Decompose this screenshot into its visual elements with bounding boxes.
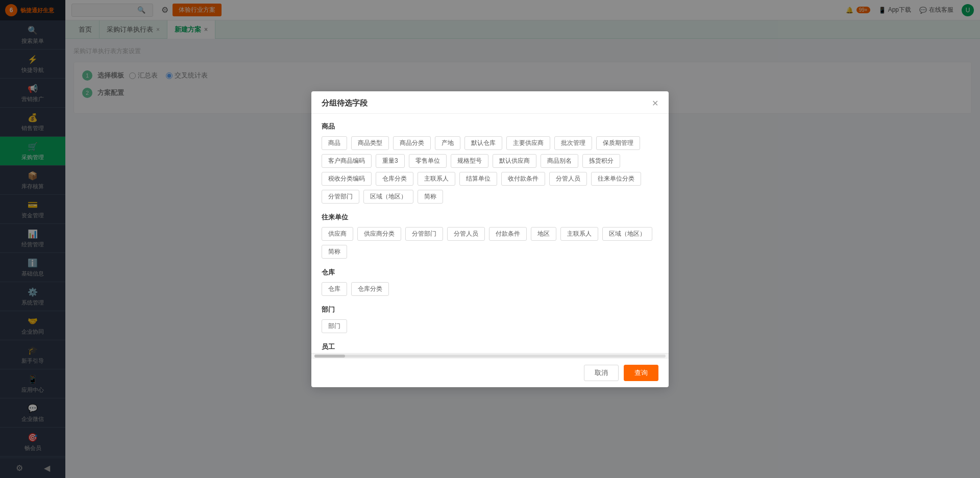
field-tag-0-14[interactable]: 拣货积分 bbox=[582, 154, 620, 168]
field-tags-2: 仓库仓库分类 bbox=[322, 282, 658, 296]
field-section-2: 仓库仓库仓库分类 bbox=[322, 268, 658, 296]
field-tag-0-12[interactable]: 默认供应商 bbox=[493, 154, 536, 168]
field-section-4: 员工业务员 bbox=[322, 342, 658, 353]
field-tags-0: 商品商品类型商品分类产地默认仓库主要供应商批次管理保质期管理客户商品编码重量3零… bbox=[322, 136, 658, 204]
field-tag-0-15[interactable]: 税收分类编码 bbox=[322, 172, 372, 186]
field-tag-0-22[interactable]: 分管部门 bbox=[322, 190, 359, 204]
field-tag-1-7[interactable]: 区域（地区） bbox=[602, 227, 652, 241]
field-tag-1-6[interactable]: 主联系人 bbox=[560, 227, 598, 241]
field-section-1: 往来单位供应商供应商分类分管部门分管人员付款条件地区主联系人区域（地区）简称 bbox=[322, 213, 658, 259]
field-tag-0-3[interactable]: 产地 bbox=[435, 136, 460, 150]
field-tag-0-5[interactable]: 主要供应商 bbox=[506, 136, 550, 150]
field-tag-1-8[interactable]: 简称 bbox=[322, 245, 347, 259]
field-tag-0-18[interactable]: 结算单位 bbox=[459, 172, 497, 186]
field-tag-2-0[interactable]: 仓库 bbox=[322, 282, 347, 296]
field-tag-1-2[interactable]: 分管部门 bbox=[405, 227, 443, 241]
horizontal-scrollbar[interactable] bbox=[311, 353, 669, 358]
section-title-3: 部门 bbox=[322, 305, 658, 314]
modal-overlay: 分组待选字段 ✕ 商品商品商品类型商品分类产地默认仓库主要供应商批次管理保质期管… bbox=[0, 0, 980, 478]
field-tag-2-1[interactable]: 仓库分类 bbox=[351, 282, 389, 296]
field-selection-modal: 分组待选字段 ✕ 商品商品商品类型商品分类产地默认仓库主要供应商批次管理保质期管… bbox=[311, 91, 669, 387]
field-tag-0-4[interactable]: 默认仓库 bbox=[464, 136, 502, 150]
field-tag-0-19[interactable]: 收付款条件 bbox=[501, 172, 545, 186]
section-title-1: 往来单位 bbox=[322, 213, 658, 222]
modal-header: 分组待选字段 ✕ bbox=[311, 91, 669, 114]
field-tag-1-5[interactable]: 地区 bbox=[531, 227, 556, 241]
field-tag-0-17[interactable]: 主联系人 bbox=[418, 172, 455, 186]
field-tag-0-1[interactable]: 商品类型 bbox=[351, 136, 389, 150]
field-tag-0-21[interactable]: 往来单位分类 bbox=[591, 172, 641, 186]
field-tag-0-6[interactable]: 批次管理 bbox=[554, 136, 592, 150]
field-section-0: 商品商品商品类型商品分类产地默认仓库主要供应商批次管理保质期管理客户商品编码重量… bbox=[322, 122, 658, 204]
field-tag-1-3[interactable]: 分管人员 bbox=[447, 227, 485, 241]
field-tag-0-11[interactable]: 规格型号 bbox=[451, 154, 488, 168]
confirm-button[interactable]: 查询 bbox=[624, 365, 658, 381]
field-tag-1-0[interactable]: 供应商 bbox=[322, 227, 353, 241]
section-title-4: 员工 bbox=[322, 342, 658, 351]
field-tag-0-16[interactable]: 仓库分类 bbox=[376, 172, 413, 186]
field-tag-0-9[interactable]: 重量3 bbox=[376, 154, 405, 168]
field-tag-0-8[interactable]: 客户商品编码 bbox=[322, 154, 372, 168]
field-section-3: 部门部门 bbox=[322, 305, 658, 333]
close-icon[interactable]: ✕ bbox=[652, 98, 658, 108]
field-tag-1-1[interactable]: 供应商分类 bbox=[357, 227, 401, 241]
section-title-2: 仓库 bbox=[322, 268, 658, 277]
field-tag-0-13[interactable]: 商品别名 bbox=[541, 154, 578, 168]
field-tags-3: 部门 bbox=[322, 319, 658, 333]
modal-body[interactable]: 商品商品商品类型商品分类产地默认仓库主要供应商批次管理保质期管理客户商品编码重量… bbox=[311, 114, 669, 353]
section-title-0: 商品 bbox=[322, 122, 658, 131]
scrollbar-track bbox=[314, 355, 666, 358]
field-tag-0-7[interactable]: 保质期管理 bbox=[596, 136, 640, 150]
field-tag-0-23[interactable]: 区域（地区） bbox=[363, 190, 413, 204]
modal-title: 分组待选字段 bbox=[322, 98, 368, 108]
field-tag-3-0[interactable]: 部门 bbox=[322, 319, 347, 333]
cancel-button[interactable]: 取消 bbox=[584, 365, 619, 381]
field-tags-1: 供应商供应商分类分管部门分管人员付款条件地区主联系人区域（地区）简称 bbox=[322, 227, 658, 259]
field-tag-0-24[interactable]: 简称 bbox=[418, 190, 443, 204]
modal-footer: 取消 查询 bbox=[311, 358, 669, 387]
field-tag-0-10[interactable]: 零售单位 bbox=[409, 154, 447, 168]
field-tag-1-4[interactable]: 付款条件 bbox=[489, 227, 527, 241]
field-tag-0-0[interactable]: 商品 bbox=[322, 136, 347, 150]
scrollbar-thumb[interactable] bbox=[314, 355, 345, 358]
field-tag-0-20[interactable]: 分管人员 bbox=[549, 172, 587, 186]
field-tag-0-2[interactable]: 商品分类 bbox=[393, 136, 431, 150]
